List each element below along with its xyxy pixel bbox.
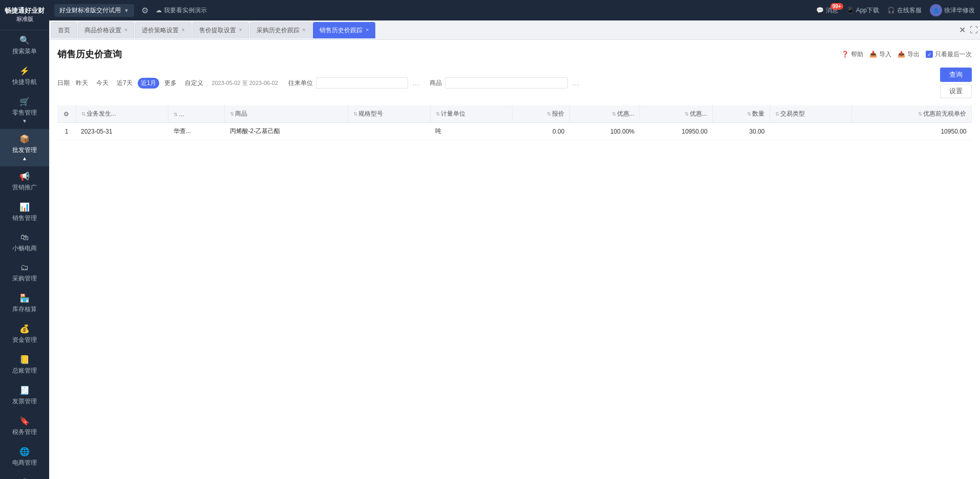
date-chip-custom[interactable]: 自定义 bbox=[182, 78, 206, 89]
tab-purchase-history[interactable]: 采购历史价跟踪 × bbox=[250, 22, 312, 38]
avatar: 👤 bbox=[930, 4, 942, 16]
product-filter-label: 商品 bbox=[430, 79, 442, 88]
sort-icon: ⇅ bbox=[353, 111, 357, 117]
col-trade-type[interactable]: ⇅交易类型 bbox=[770, 105, 851, 123]
sidebar-item-search-label: 搜索菜单 bbox=[12, 47, 37, 56]
sidebar-item-inventory[interactable]: 🏪 库存核算 bbox=[0, 288, 49, 319]
col-discount2[interactable]: ⇅优惠... bbox=[640, 105, 712, 123]
assets-icon: 🏢 bbox=[19, 477, 30, 479]
maximize-window-button[interactable]: ⛶ bbox=[970, 26, 978, 35]
date-chip-1month[interactable]: 近1月 bbox=[138, 78, 160, 89]
app-download-label: App下载 bbox=[856, 6, 879, 15]
sidebar-item-invoice[interactable]: 🧾 发票管理 bbox=[0, 380, 49, 411]
query-button[interactable]: 查询 bbox=[940, 68, 972, 82]
tab-purchase-history-label: 采购历史价跟踪 bbox=[257, 26, 300, 35]
content-area: 销售历史价查询 ❓ 帮助 📥 导入 📤 导出 ✓ 只看最后一次 bbox=[49, 40, 980, 479]
col-date[interactable]: ⇅业务发生... bbox=[76, 105, 168, 123]
close-window-button[interactable]: ✕ bbox=[959, 25, 966, 35]
product-dots-button[interactable]: … bbox=[572, 79, 579, 87]
tab-product-price-label: 商品价格设置 bbox=[84, 26, 121, 35]
date-chip-more[interactable]: 更多 bbox=[161, 78, 180, 89]
topbar-right: 💬 消息 99+ 📱 App下载 🎧 在线客服 👤 徐泽华修改 bbox=[816, 4, 975, 16]
sidebar-item-wholesale[interactable]: 📦 批发管理 ▲ bbox=[0, 129, 49, 166]
quicknav-icon: ⚡ bbox=[19, 66, 30, 76]
close-icon[interactable]: × bbox=[303, 28, 306, 33]
online-service-button[interactable]: 🎧 在线客服 bbox=[887, 6, 922, 15]
sort-icon: ⇅ bbox=[81, 111, 86, 117]
page-title: 销售历史价查询 bbox=[57, 48, 122, 60]
retail-arrow-icon: ▼ bbox=[22, 118, 27, 124]
col-unit[interactable]: ⇅计量单位 bbox=[430, 105, 512, 123]
help-button[interactable]: ❓ 帮助 bbox=[841, 50, 863, 59]
tab-home[interactable]: 首页 bbox=[51, 22, 77, 38]
only-last-label: 只看最后一次 bbox=[935, 50, 972, 59]
col-quote[interactable]: ⇅报价 bbox=[513, 105, 570, 123]
tax-icon: 🔖 bbox=[19, 416, 30, 426]
demo-button[interactable]: ☁ 我要看实例演示 bbox=[156, 6, 207, 15]
cell-trade-type bbox=[770, 123, 851, 140]
col-prediscount-price[interactable]: ⇅优惠前无税单价 bbox=[852, 105, 972, 123]
tab-sales-history[interactable]: 销售历史价跟踪 × bbox=[313, 22, 375, 38]
col-product[interactable]: ⇅商品 bbox=[225, 105, 348, 123]
cell-gear: 1 bbox=[57, 123, 76, 140]
wholesale-arrow-icon: ▲ bbox=[22, 156, 27, 161]
data-table: ⚙ ⇅业务发生... ⇅... ⇅商品 ⇅规格型号 ⇅计量单 bbox=[57, 105, 972, 140]
sidebar-item-marketing[interactable]: 📢 营销推广 bbox=[0, 166, 49, 197]
close-icon[interactable]: × bbox=[366, 28, 369, 33]
sidebar-item-quicknav[interactable]: ⚡ 快捷导航 bbox=[0, 61, 49, 92]
export-button[interactable]: 📤 导出 bbox=[898, 50, 920, 59]
source-unit-input[interactable] bbox=[316, 77, 408, 89]
cell-discount2: 10950.00 bbox=[640, 123, 712, 140]
product-input[interactable] bbox=[445, 77, 568, 89]
sidebar-item-search[interactable]: 🔍 搜索菜单 bbox=[0, 30, 49, 61]
date-chip-7days[interactable]: 近7天 bbox=[114, 78, 136, 89]
sidebar-item-tax-label: 税务管理 bbox=[12, 428, 37, 437]
tab-sale-price-extract[interactable]: 售价提取设置 × bbox=[193, 22, 249, 38]
close-icon[interactable]: × bbox=[124, 28, 127, 33]
source-unit-dots-button[interactable]: … bbox=[412, 79, 419, 87]
import-button[interactable]: 📥 导入 bbox=[869, 50, 891, 59]
col-extra[interactable]: ⇅... bbox=[168, 105, 225, 123]
sidebar-item-ecommerce[interactable]: 🌐 电商管理 bbox=[0, 442, 49, 472]
source-unit-filter-group: 往来单位 … bbox=[288, 77, 419, 89]
date-chip-today[interactable]: 今天 bbox=[93, 78, 112, 89]
sidebar-item-purchase[interactable]: 🗂 采购管理 bbox=[0, 258, 49, 288]
ecommerce-icon: 🌐 bbox=[19, 447, 30, 456]
date-filter-group: 日期 昨天 今天 近7天 近1月 更多 自定义 2023-05-02 至 202… bbox=[57, 78, 278, 89]
user-profile-button[interactable]: 👤 徐泽华修改 bbox=[930, 4, 975, 16]
app-download-button[interactable]: 📱 App下载 bbox=[846, 6, 879, 15]
sidebar-item-retail[interactable]: 🛒 零售管理 ▼ bbox=[0, 92, 49, 129]
col-spec[interactable]: ⇅规格型号 bbox=[348, 105, 430, 123]
date-chip-yesterday[interactable]: 昨天 bbox=[73, 78, 91, 89]
sidebar-item-assets[interactable]: 🏢 固定资产 bbox=[0, 472, 49, 479]
wholesale-icon: 📦 bbox=[19, 134, 30, 144]
cell-date: 2023-05-31 bbox=[76, 123, 168, 140]
app-selector[interactable]: 好业财标准版交付试用 ▼ bbox=[54, 4, 134, 17]
col-discount1[interactable]: ⇅优惠... bbox=[569, 105, 640, 123]
message-button[interactable]: 💬 消息 99+ bbox=[816, 6, 838, 15]
close-icon[interactable]: × bbox=[182, 28, 185, 33]
import-label: 导入 bbox=[879, 50, 891, 59]
sidebar-item-tax[interactable]: 🔖 税务管理 bbox=[0, 411, 49, 442]
sidebar-item-ledger[interactable]: 📒 总账管理 bbox=[0, 350, 49, 380]
filter-settings-button[interactable]: 设置 bbox=[940, 84, 972, 98]
sidebar-item-ecom[interactable]: 🛍 小畅电商 bbox=[0, 228, 49, 258]
tab-product-price[interactable]: 商品价格设置 × bbox=[78, 22, 134, 38]
close-icon[interactable]: × bbox=[239, 28, 242, 33]
chevron-down-icon: ▼ bbox=[124, 8, 129, 13]
page-header: 销售历史价查询 ❓ 帮助 📥 导入 📤 导出 ✓ 只看最后一次 bbox=[57, 48, 972, 60]
export-label: 导出 bbox=[907, 50, 920, 59]
table-body: 1 2023-05-31 华查... 丙烯酸-2-乙基己酯 吨 0.00 100… bbox=[57, 123, 972, 140]
sort-icon: ⇅ bbox=[436, 111, 440, 117]
sidebar-item-ecommerce-label: 电商管理 bbox=[12, 459, 37, 467]
topbar-settings-button[interactable]: ⚙ bbox=[139, 4, 151, 17]
sort-icon: ⇅ bbox=[918, 111, 922, 117]
tab-sales-history-label: 销售历史价跟踪 bbox=[319, 26, 363, 35]
sidebar-item-sales[interactable]: 📊 销售管理 bbox=[0, 197, 49, 228]
sidebar-item-finance[interactable]: 💰 资金管理 bbox=[0, 319, 49, 350]
only-last-checkbox[interactable]: ✓ 只看最后一次 bbox=[926, 50, 972, 59]
cloud-icon: ☁ bbox=[156, 7, 162, 14]
tab-purchase-strategy[interactable]: 进价策略设置 × bbox=[135, 22, 191, 38]
table-row[interactable]: 1 2023-05-31 华查... 丙烯酸-2-乙基己酯 吨 0.00 100… bbox=[57, 123, 972, 140]
col-quantity[interactable]: ⇅数量 bbox=[713, 105, 770, 123]
